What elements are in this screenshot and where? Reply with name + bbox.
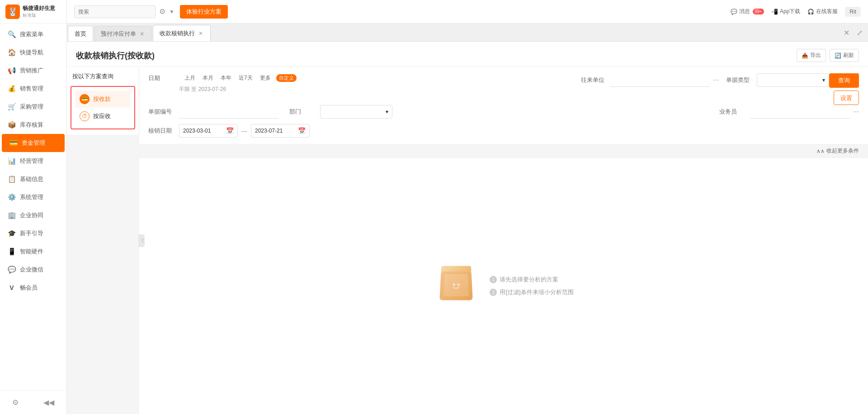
message-icon: 💬	[731, 9, 737, 15]
settings-footer-btn[interactable]: ⚙	[7, 395, 24, 410]
collapse-more-btn[interactable]: ∧∧ 收起更多条件	[139, 144, 868, 158]
filter-option-by-receipt[interactable]: 💳 按收款	[75, 90, 131, 108]
box-shape	[440, 271, 473, 300]
query-area: 日期 上月 本月 本年 近7天 更多 自定义	[139, 67, 868, 414]
tab-receipt[interactable]: 收款核销执行 ✕	[153, 25, 211, 41]
operation-icon: 📊	[7, 157, 16, 166]
sidebar-item-sales[interactable]: 💰 销售管理	[0, 80, 66, 98]
industry-btn[interactable]: 体验行业方案	[180, 5, 228, 19]
date-opt-this-year[interactable]: 本年	[219, 73, 233, 83]
collapse-panel-btn[interactable]: 《	[138, 234, 145, 247]
topbar-search-input[interactable]	[74, 5, 156, 18]
sidebar-item-search[interactable]: 🔍 搜索菜单	[0, 25, 66, 43]
verify-date-start-input[interactable]: 2023-03-01 📅	[179, 124, 238, 138]
sidebar-item-operation[interactable]: 📊 经营管理	[0, 152, 66, 170]
date-opt-more[interactable]: 更多	[258, 73, 273, 83]
topbar-gear-icon[interactable]: ⚙	[159, 7, 165, 16]
search-icon: 🔍	[7, 30, 16, 39]
topbar-right: 💬 消息 99+ 📲 App下载 🎧 在线客服 Rit	[731, 7, 861, 17]
sidebar-item-guide[interactable]: 🎓 新手引导	[0, 224, 66, 243]
sidebar-item-basic-info[interactable]: 📋 基础信息	[0, 170, 66, 188]
username-area[interactable]: Rit	[845, 7, 861, 17]
export-icon: 📤	[802, 52, 808, 59]
sidebar-item-quick-nav[interactable]: 🏠 快捷导航	[0, 43, 66, 62]
sidebar-item-purchase[interactable]: 🛒 采购管理	[0, 98, 66, 116]
message-label: 消息	[739, 8, 750, 15]
calendar-end-icon: 📅	[298, 127, 306, 134]
query-row-3: 核销日期 2023-03-01 📅 — 2023-07-21 📅	[148, 124, 859, 138]
quick-nav-icon: 🏠	[7, 48, 16, 57]
query-row-1: 日期 上月 本月 本年 近7天 更多 自定义	[148, 73, 570, 83]
sidebar-item-system[interactable]: ⚙️ 系统管理	[0, 188, 66, 206]
staff-dots[interactable]: ···	[853, 108, 859, 116]
tab-close-all-btn[interactable]: ✕	[842, 26, 851, 38]
finance-icon: 💳	[9, 138, 18, 148]
basic-info-icon: 📋	[7, 175, 16, 184]
date-custom-badge[interactable]: 自定义	[276, 74, 297, 82]
sidebar-footer: ⚙ ◀◀	[0, 390, 66, 414]
smart-hw-icon: 📱	[7, 247, 16, 256]
logo-icon: 🐰	[5, 5, 20, 19]
bill-type-label: 单据类型	[726, 76, 753, 84]
topbar-left: ⚙ ▼ 体验行业方案	[74, 5, 228, 19]
enterprise-icon: 🏢	[7, 211, 16, 220]
purchase-icon: 🛒	[7, 102, 16, 111]
app-download-btn[interactable]: 📲 App下载	[771, 8, 800, 15]
empty-state: 1 请先选择要分析的方案 2 用[过滤]条件来缩小分析范围	[139, 158, 868, 414]
empty-tip-2: 2 用[过滤]条件来缩小分析范围	[490, 288, 573, 296]
tab-receipt-close[interactable]: ✕	[198, 29, 204, 38]
refresh-btn[interactable]: 🔄 刷新	[830, 49, 859, 62]
app-download-label: App下载	[780, 8, 800, 15]
tab-home[interactable]: 首页	[68, 26, 93, 41]
counterpart-dots[interactable]: ···	[713, 76, 719, 84]
sidebar-item-member[interactable]: V 畅会员	[0, 279, 66, 297]
query-btn[interactable]: 查询	[829, 73, 859, 88]
tab-expand-btn[interactable]: ⤢	[855, 26, 864, 38]
setting-btn[interactable]: 设置	[834, 90, 859, 105]
svg-point-1	[457, 283, 460, 286]
sidebar-item-enterprise[interactable]: 🏢 企业协同	[0, 206, 66, 224]
query-actions: 查询 设置	[829, 73, 859, 105]
sidebar-item-smart-hw[interactable]: 📱 智能硬件	[0, 243, 66, 261]
date-opt-7days[interactable]: 近7天	[237, 73, 255, 83]
query-form: 日期 上月 本月 本年 近7天 更多 自定义	[139, 67, 868, 144]
online-service-btn[interactable]: 🎧 在线客服	[807, 8, 838, 15]
tabbar: 首页 预付冲应付单 ✕ 收款核销执行 ✕ ✕ ⤢	[67, 24, 868, 42]
date-opt-this-month[interactable]: 本月	[201, 73, 215, 83]
tab-prepay-close[interactable]: ✕	[139, 30, 145, 38]
guide-icon: 🎓	[7, 229, 16, 238]
collapse-sidebar-btn[interactable]: ◀◀	[38, 395, 60, 410]
counterpart-input[interactable]	[610, 73, 709, 87]
message-badge: 99+	[753, 9, 764, 14]
query-row-2: 单据编号 部门 ▾ 业务员 ···	[148, 105, 859, 119]
sidebar: 🐰 畅捷通好生意 标准版 🔍 搜索菜单 🏠 快捷导航 📢 营销推广 💰 销售管理…	[0, 0, 67, 414]
page-header: 收款核销执行(按收款) 📤 导出 🔄 刷新	[67, 42, 868, 67]
dept-group: 部门 ▾	[289, 105, 392, 119]
sidebar-item-finance[interactable]: 💳 资金管理	[2, 134, 65, 152]
bill-type-select[interactable]: ▾	[757, 73, 829, 87]
sales-icon: 💰	[7, 84, 16, 93]
empty-tip-1: 1 请先选择要分析的方案	[490, 276, 573, 284]
box-face	[443, 274, 469, 296]
main-area: ⚙ ▼ 体验行业方案 💬 消息 99+ 📲 App下载 🎧 在线客服 Rit	[67, 0, 868, 414]
dept-label: 部门	[289, 108, 316, 116]
filter-option-by-receivable[interactable]: ⏱ 按应收	[75, 108, 131, 125]
sidebar-item-marketing[interactable]: 📢 营销推广	[0, 62, 66, 80]
message-btn[interactable]: 💬 消息 99+	[731, 8, 764, 15]
date-opt-last-month[interactable]: 上月	[183, 73, 197, 83]
sidebar-item-inventory[interactable]: 📦 库存核算	[0, 116, 66, 134]
sidebar-item-wecom[interactable]: 💬 企业微信	[0, 261, 66, 279]
verify-date-end-input[interactable]: 2023-07-21 📅	[251, 124, 310, 138]
sidebar-nav: 🔍 搜索菜单 🏠 快捷导航 📢 营销推广 💰 销售管理 🛒 采购管理 📦 库存核…	[0, 24, 66, 390]
dept-chevron-icon: ▾	[386, 109, 388, 115]
topbar-dropdown-icon[interactable]: ▼	[169, 9, 175, 15]
export-btn[interactable]: 📤 导出	[797, 49, 826, 62]
topbar: ⚙ ▼ 体验行业方案 💬 消息 99+ 📲 App下载 🎧 在线客服 Rit	[67, 0, 868, 24]
bill-no-group: 单据编号	[148, 105, 278, 119]
staff-input[interactable]	[750, 105, 849, 119]
tab-prepay[interactable]: 预付冲应付单 ✕	[94, 26, 152, 41]
date-options: 上月 本月 本年 近7天 更多 自定义	[183, 73, 297, 83]
inventory-icon: 📦	[7, 120, 16, 129]
bill-no-input[interactable]	[179, 105, 278, 119]
dept-select[interactable]: ▾	[320, 105, 392, 119]
